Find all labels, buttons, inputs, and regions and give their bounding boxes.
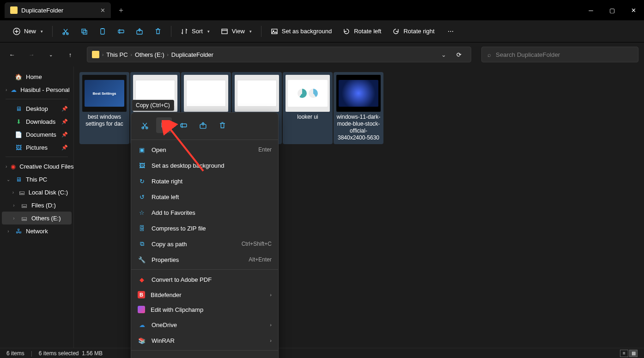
share-icon — [136, 28, 143, 35]
clipboard-icon — [99, 28, 106, 35]
share-button[interactable] — [131, 25, 148, 38]
ctx-onedrive[interactable]: ☁OneDrive› — [131, 317, 278, 333]
rename-button[interactable] — [113, 25, 129, 38]
ctx-more-options[interactable]: ⊞Show more optionsShift+F10 — [131, 352, 278, 358]
rename-icon — [180, 121, 188, 129]
sidebar-downloads[interactable]: ⬇Downloads📌 — [2, 115, 72, 128]
sidebar-files-d[interactable]: ›🖴Files (D:) — [2, 199, 72, 212]
sidebar-others-e[interactable]: ›🖴Others (E:) — [2, 212, 72, 225]
file-name: best windows settings for dac — [81, 114, 128, 127]
picture-icon: 🖼 — [15, 144, 22, 151]
close-button[interactable]: ✕ — [623, 0, 644, 20]
forward-button[interactable]: → — [25, 49, 38, 61]
maximize-button[interactable]: ▢ — [601, 0, 623, 20]
ctx-rotate-left[interactable]: ↺Rotate left — [131, 189, 278, 205]
thumbnail — [184, 75, 228, 112]
svg-rect-9 — [222, 29, 227, 34]
refresh-button[interactable]: ⟳ — [452, 49, 466, 61]
more-icon: ⊞ — [138, 356, 146, 358]
breadcrumb-item[interactable]: DuplicateFolder — [171, 51, 213, 58]
recent-button[interactable]: ⌄ — [44, 49, 57, 60]
ctx-clipchamp[interactable]: Edit with Clipchamp — [131, 302, 278, 317]
up-button[interactable]: ↑ — [64, 49, 77, 61]
cut-button[interactable] — [57, 25, 74, 38]
view-button[interactable]: View▾ — [216, 25, 256, 38]
sidebar-local-disk-c[interactable]: ›🖴Local Disk (C:) — [2, 186, 72, 199]
ctx-bitdefender[interactable]: BBitdefender› — [131, 287, 278, 302]
sidebar-pictures[interactable]: 🖼Pictures📌 — [2, 141, 72, 154]
share-icon — [199, 121, 207, 129]
context-menu: ▣OpenEnter 🖼Set as desktop background ↻R… — [131, 112, 279, 358]
back-button[interactable]: ← — [6, 49, 18, 61]
svg-rect-6 — [102, 28, 103, 29]
file-item[interactable]: looker ui — [283, 72, 333, 144]
sidebar-home[interactable]: 🏠Home — [2, 70, 72, 83]
copy-button[interactable] — [76, 25, 92, 38]
window-tab[interactable]: DuplicateFolder ✕ — [5, 2, 111, 18]
statusbar: 6 items | 6 items selected 1.56 MB ≡ ▦ — [0, 348, 644, 358]
rename-icon — [117, 28, 125, 35]
nav-bar: ← → ⌄ ↑ › This PC › Others (E:) › Duplic… — [0, 42, 644, 67]
thumbnails-view-button[interactable]: ▦ — [629, 350, 638, 357]
more-button[interactable]: ⋯ — [443, 25, 458, 37]
toolbar: New▾ Sort▾ View▾ Set as background Rotat… — [0, 20, 644, 42]
paste-button[interactable] — [94, 25, 111, 38]
ctx-favorites[interactable]: ☆Add to Favorites — [131, 205, 278, 220]
set-background-button[interactable]: Set as background — [266, 25, 336, 38]
address-dropdown[interactable]: ⌄ — [438, 51, 449, 58]
svg-rect-10 — [272, 29, 277, 34]
chevron-right-icon: › — [270, 292, 272, 297]
ctx-winrar[interactable]: 📚WinRAR› — [131, 333, 278, 348]
ctx-rename-button[interactable] — [176, 117, 191, 133]
sidebar-onedrive-personal[interactable]: ›☁Hasibul - Personal — [2, 83, 72, 96]
pc-icon: 🖥 — [15, 176, 22, 183]
svg-rect-4 — [83, 30, 87, 34]
ctx-set-background[interactable]: 🖼Set as desktop background — [131, 158, 278, 173]
drive-icon: 🖴 — [20, 214, 28, 222]
file-item[interactable]: Best Settings best windows settings for … — [79, 72, 129, 144]
new-tab-button[interactable]: ＋ — [117, 6, 125, 15]
star-icon: ☆ — [138, 208, 146, 217]
ctx-adobe-pdf[interactable]: ◆Convert to Adobe PDF — [131, 272, 278, 287]
sidebar-documents[interactable]: 📄Documents📌 — [2, 128, 72, 141]
sidebar-creative-cloud[interactable]: ›◉Creative Cloud Files — [2, 160, 72, 173]
ctx-copy-button[interactable] — [156, 117, 172, 133]
breadcrumb-item[interactable]: Others (E:) — [135, 51, 164, 58]
ctx-copy-path[interactable]: ⧉Copy as pathCtrl+Shift+C — [131, 236, 278, 252]
minimize-button[interactable]: ─ — [580, 0, 601, 20]
svg-rect-5 — [101, 29, 104, 34]
search-box[interactable]: ⌕ — [481, 47, 638, 62]
rotate-left-button[interactable]: Rotate left — [338, 25, 386, 38]
sort-button[interactable]: Sort▾ — [176, 25, 214, 38]
breadcrumb-item[interactable]: This PC — [106, 51, 128, 58]
ctx-rotate-right[interactable]: ↻Rotate right — [131, 173, 278, 189]
rotate-right-button[interactable]: Rotate right — [388, 25, 439, 38]
delete-button[interactable] — [150, 25, 166, 38]
sidebar-desktop[interactable]: 🖥Desktop📌 — [2, 102, 72, 115]
ctx-compress[interactable]: 🗄Compress to ZIP file — [131, 220, 278, 236]
cloud-icon: ☁ — [11, 86, 17, 93]
new-button[interactable]: New▾ — [8, 25, 48, 38]
ctx-cut-button[interactable] — [137, 117, 152, 133]
ctx-share-button[interactable] — [195, 117, 211, 133]
scissors-icon — [141, 121, 149, 129]
address-bar[interactable]: › This PC › Others (E:) › DuplicateFolde… — [87, 47, 471, 62]
folder-icon — [92, 51, 99, 58]
adobe-cc-icon: ◉ — [11, 163, 16, 170]
details-view-button[interactable]: ≡ — [620, 350, 628, 357]
winrar-icon: 📚 — [138, 336, 146, 345]
svg-rect-15 — [163, 124, 167, 128]
search-input[interactable] — [496, 51, 632, 58]
tooltip: Copy (Ctrl+C) — [132, 100, 174, 111]
file-item[interactable]: windows-11-dark-mode-blue-stock-official… — [334, 72, 383, 144]
search-icon: ⌕ — [487, 51, 491, 58]
picture-icon — [271, 28, 278, 35]
ctx-open[interactable]: ▣OpenEnter — [131, 142, 278, 158]
sidebar-this-pc[interactable]: ⌄🖥This PC — [2, 173, 72, 186]
sidebar-network[interactable]: ›🖧Network — [2, 225, 72, 237]
close-tab-icon[interactable]: ✕ — [100, 7, 105, 14]
svg-rect-7 — [118, 30, 124, 33]
ctx-delete-button[interactable] — [214, 117, 230, 133]
ctx-properties[interactable]: 🔧PropertiesAlt+Enter — [131, 252, 278, 267]
rotate-left-icon: ↺ — [138, 193, 146, 201]
